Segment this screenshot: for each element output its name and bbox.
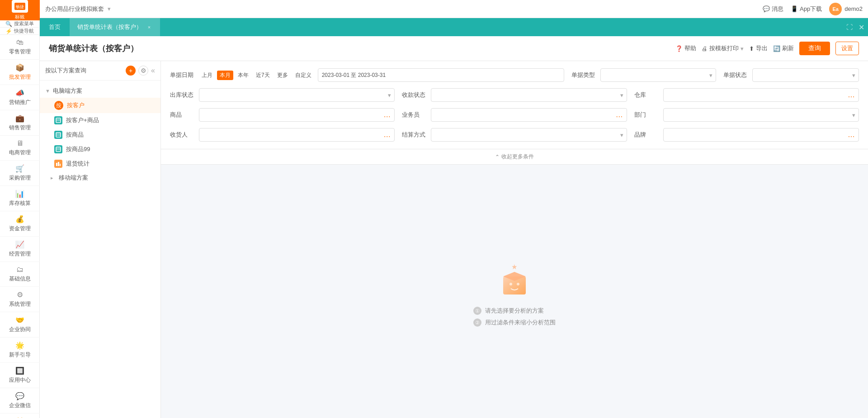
by-customer-product-label: 按客户+商品 <box>66 116 99 124</box>
sidebar-item-retail[interactable]: 🛍 零售管理 <box>0 35 40 60</box>
receipt-status-select[interactable] <box>431 88 627 102</box>
query-btn[interactable]: 查询 <box>799 42 830 55</box>
topbar-title: 办公用品行业模拟账套 <box>45 5 104 13</box>
enterprise-label: 企业协同 <box>9 326 31 333</box>
recipient-dots[interactable]: … <box>383 131 391 139</box>
sidebar-item-purchase[interactable]: 🛒 采购管理 <box>0 161 40 186</box>
app-download-btn[interactable]: 📱 App下载 <box>791 5 822 13</box>
edit-scheme-btn[interactable]: ⚙ <box>138 66 148 76</box>
message-btn[interactable]: 💬 消息 <box>763 5 783 13</box>
product-input[interactable]: … <box>199 108 395 122</box>
marketing-label: 营销推广 <box>9 99 31 106</box>
sidebar-item-marketing[interactable]: 📣 营销推广 <box>0 85 40 110</box>
print-dropdown-icon[interactable]: ▾ <box>741 45 744 52</box>
tree-group-mobile-header[interactable]: ▸ 移动端方案 <box>40 171 160 185</box>
download-icon: 📱 <box>791 5 798 12</box>
sidebar-item-system[interactable]: ⚙ 系统管理 <box>0 287 40 312</box>
page-header-actions: ❓ 帮助 🖨 按模板打印 ▾ ⬆ 导出 🔄 刷新 查询 设置 <box>675 42 859 61</box>
collapse-filters-btn[interactable]: ⌃ 收起更多条件 <box>161 149 868 165</box>
doc-status-select[interactable] <box>752 68 859 82</box>
filter-salesperson: 业务员 … <box>402 108 627 122</box>
out-status-select[interactable] <box>199 88 395 102</box>
settings-btn[interactable]: 设置 <box>835 42 859 55</box>
tip-num-2: ② <box>473 318 481 327</box>
tree-item-return-stats[interactable]: 退货统计 <box>40 157 160 171</box>
filter-department: 部门 ▾ <box>634 108 859 122</box>
inventory-icon: 📊 <box>15 190 24 198</box>
salesperson-input[interactable]: … <box>431 108 627 122</box>
date-tab-current-month[interactable]: 本月 <box>217 71 233 80</box>
filter-row-2: 出库状态 ▾ 收款状态 ▾ <box>170 88 859 102</box>
tree-group-desktop-header[interactable]: ▼ 电脑端方案 <box>40 84 160 98</box>
sidebar-item-apps[interactable]: 🔲 应用中心 <box>0 363 40 388</box>
salesperson-dots[interactable]: … <box>616 111 623 119</box>
sidebar-item-wechat[interactable]: 💬 企业微信 <box>0 388 40 413</box>
tree-item-by-customer-product[interactable]: 按客户+商品 <box>40 113 160 128</box>
tree-item-by-customer[interactable]: 按 按客户 <box>40 98 160 113</box>
ecommerce-label: 电商管理 <box>9 149 31 157</box>
date-tab-prev-month[interactable]: 上月 <box>199 71 215 80</box>
sidebar-quick-nav[interactable]: ⚡ 快捷导航 <box>0 28 40 35</box>
filter-brand: 品牌 … <box>634 128 859 142</box>
filter-receipt-status: 收款状态 ▾ <box>402 88 627 102</box>
tab-close-btn[interactable]: × <box>146 24 153 31</box>
search-icon: 🔍 <box>5 21 12 27</box>
payment-method-select[interactable] <box>431 128 627 142</box>
app-logo: 畅捷 标账 <box>0 0 40 20</box>
sidebar-item-basic[interactable]: 🗂 基础信息 <box>0 262 40 287</box>
filter-row-1: 单据日期 上月 本月 本年 近7天 更多 自定义 2023-03-01 至 20… <box>170 68 859 82</box>
tab-close-window-btn[interactable]: ✕ <box>859 23 864 32</box>
brand-dots[interactable]: … <box>848 131 855 139</box>
add-scheme-btn[interactable]: + <box>126 66 136 76</box>
tab-home[interactable]: 首页 <box>40 18 70 36</box>
newbie-label: 新手引导 <box>9 351 31 359</box>
collapse-panel-btn[interactable]: « <box>151 66 155 75</box>
tree-item-by-product99[interactable]: 按商品99 <box>40 142 160 157</box>
filter-doc-type: 单据类型 ▾ <box>571 68 716 82</box>
purchase-label: 采购管理 <box>9 174 31 182</box>
brand-input[interactable]: … <box>663 128 859 142</box>
page-header: 销货单统计表（按客户） ❓ 帮助 🖨 按模板打印 ▾ ⬆ 导出 🔄 刷新 <box>40 36 868 61</box>
query-area: 单据日期 上月 本月 本年 近7天 更多 自定义 2023-03-01 至 20… <box>161 61 868 418</box>
svg-rect-11 <box>56 163 57 166</box>
desktop-group-label: 电脑端方案 <box>53 87 82 95</box>
topbar-dropdown-icon[interactable]: ▾ <box>108 5 111 12</box>
sidebar-item-finance[interactable]: 💰 资金管理 <box>0 211 40 237</box>
doc-type-label: 单据类型 <box>571 71 597 79</box>
sidebar-item-sales[interactable]: 💼 销售管理 <box>0 110 40 136</box>
tree-group-mobile: ▸ 移动端方案 <box>40 171 160 185</box>
sidebar-item-newbie[interactable]: 🌟 新手引导 <box>0 337 40 363</box>
refresh-btn[interactable]: 🔄 刷新 <box>773 44 794 52</box>
brand-label: 品牌 <box>634 131 660 139</box>
date-tab-7days[interactable]: 近7天 <box>253 71 273 80</box>
export-btn[interactable]: ⬆ 导出 <box>749 44 768 52</box>
tree-item-by-product[interactable]: 按商品 <box>40 128 160 142</box>
tip-text-1: 请先选择要分析的方案 <box>485 307 544 315</box>
sidebar-search[interactable]: 🔍 搜索菜单 <box>0 20 40 28</box>
date-range-picker[interactable]: 2023-03-01 至 2023-03-31 <box>318 68 564 82</box>
return-stats-label: 退货统计 <box>66 160 90 168</box>
sidebar-item-operations[interactable]: 📈 经营管理 <box>0 237 40 262</box>
print-btn[interactable]: 🖨 按模板打印 ▾ <box>702 44 744 52</box>
date-tab-more[interactable]: 更多 <box>274 71 291 80</box>
product-label: 商品 <box>170 111 195 119</box>
sidebar-item-ecommerce[interactable]: 🖥 电商管理 <box>0 136 40 161</box>
product-dots[interactable]: … <box>383 111 391 119</box>
recipient-input[interactable]: … <box>199 128 395 142</box>
tab-maximize-btn[interactable]: ⛶ <box>844 22 855 33</box>
sidebar-item-enterprise[interactable]: 🤝 企业协同 <box>0 312 40 337</box>
warehouse-dots[interactable]: … <box>848 91 855 99</box>
department-select[interactable] <box>663 108 859 122</box>
empty-illustration <box>492 256 537 301</box>
user-profile-btn[interactable]: Ea demo2 <box>829 3 863 15</box>
sidebar-item-wholesale[interactable]: 📦 批发管理 <box>0 60 40 85</box>
sidebar-item-member[interactable]: 👑 畅会员 <box>0 413 40 418</box>
date-tab-custom[interactable]: 自定义 <box>292 71 314 80</box>
doc-type-select[interactable] <box>600 68 716 82</box>
tab-active[interactable]: 销货单统计表（按客户） × <box>70 18 160 36</box>
warehouse-input[interactable]: … <box>663 88 859 102</box>
date-tab-current-year[interactable]: 本年 <box>235 71 251 80</box>
department-select-wrapper: ▾ <box>663 108 859 122</box>
help-btn[interactable]: ❓ 帮助 <box>675 44 696 52</box>
sidebar-item-inventory[interactable]: 📊 库存核算 <box>0 186 40 211</box>
